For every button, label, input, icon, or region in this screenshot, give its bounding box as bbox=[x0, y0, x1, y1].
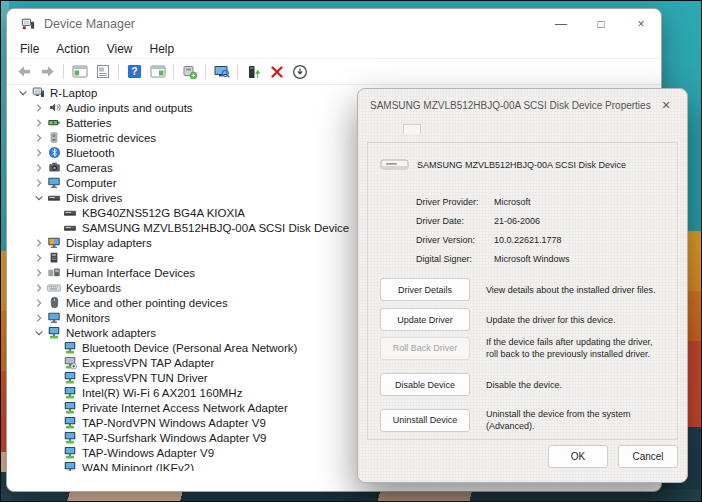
dialog-title: SAMSUNG MZVLB512HBJQ-00A SCSI Disk Devic… bbox=[370, 100, 653, 111]
chevron-icon[interactable] bbox=[33, 327, 45, 339]
chevron-icon[interactable] bbox=[33, 132, 45, 144]
chevron-icon bbox=[49, 372, 61, 384]
window-title: Device Manager bbox=[44, 17, 549, 31]
chevron-icon[interactable] bbox=[33, 177, 45, 189]
toolbar-separator bbox=[63, 64, 64, 79]
chevron-icon bbox=[49, 357, 61, 369]
back-icon[interactable] bbox=[14, 61, 35, 82]
bluetooth-icon bbox=[47, 146, 61, 160]
tab-policies[interactable] bbox=[379, 128, 391, 133]
chevron-icon[interactable] bbox=[33, 312, 45, 324]
chevron-icon[interactable] bbox=[33, 282, 45, 294]
chevron-icon[interactable] bbox=[33, 237, 45, 249]
network-icon bbox=[63, 341, 77, 355]
menu-action[interactable]: Action bbox=[56, 42, 89, 56]
uninstall-device-icon[interactable] bbox=[266, 61, 287, 82]
network-icon bbox=[63, 401, 77, 415]
network-icon bbox=[63, 431, 77, 445]
console-tree-icon[interactable] bbox=[69, 61, 90, 82]
chevron-icon[interactable] bbox=[33, 267, 45, 279]
chevron-icon bbox=[49, 447, 61, 459]
chevron-icon bbox=[49, 387, 61, 399]
ok-button[interactable]: OK bbox=[548, 445, 608, 468]
disk-icon bbox=[63, 221, 77, 235]
close-button[interactable]: × bbox=[629, 13, 653, 35]
audio-icon bbox=[47, 101, 61, 115]
svg-text:?: ? bbox=[131, 66, 137, 77]
cancel-button[interactable]: Cancel bbox=[618, 445, 678, 468]
toolbar-separator bbox=[173, 64, 174, 79]
tab-details[interactable] bbox=[421, 128, 433, 133]
maximize-button[interactable]: □ bbox=[589, 13, 613, 35]
device-manager-titlebar[interactable]: Device Manager —□× bbox=[7, 9, 661, 39]
biometric-icon bbox=[47, 131, 61, 145]
toolbar-separator bbox=[118, 64, 119, 79]
device-manager-app-icon bbox=[21, 17, 35, 31]
chevron-icon bbox=[49, 222, 61, 234]
properties-icon[interactable] bbox=[92, 61, 113, 82]
dialog-tabs bbox=[367, 124, 445, 133]
scan-hardware-changes-icon[interactable] bbox=[289, 61, 310, 82]
menu-view[interactable]: View bbox=[107, 42, 133, 56]
chevron-icon[interactable] bbox=[17, 87, 29, 99]
network-icon bbox=[63, 446, 77, 460]
dialog-titlebar[interactable]: SAMSUNG MZVLB512HBJQ-00A SCSI Disk Devic… bbox=[358, 89, 687, 121]
minimize-button[interactable]: — bbox=[549, 13, 573, 35]
chevron-icon bbox=[49, 462, 61, 472]
menu-help[interactable]: Help bbox=[150, 42, 175, 56]
menu-file[interactable]: File bbox=[20, 42, 39, 56]
driver-details-button[interactable]: Driver Details bbox=[380, 278, 470, 301]
firmware-icon bbox=[47, 251, 61, 265]
keyboard-icon bbox=[47, 281, 61, 295]
help-icon[interactable]: ? bbox=[124, 61, 145, 82]
device-header: SAMSUNG MZVLB512HBJQ-00A SCSI Disk Devic… bbox=[380, 155, 626, 174]
monitor-icon bbox=[47, 176, 61, 190]
driver-field-row: Driver Provider: Microsoft bbox=[416, 192, 570, 211]
dialog-footer: OK Cancel bbox=[548, 445, 678, 468]
remote-desktop-icon[interactable] bbox=[211, 61, 232, 82]
tab-general[interactable] bbox=[367, 128, 379, 133]
network-plus-icon bbox=[63, 356, 77, 370]
network-icon bbox=[63, 386, 77, 400]
driver-action-row: Roll Back Driver If the device fails aft… bbox=[380, 336, 668, 360]
chevron-icon[interactable] bbox=[33, 102, 45, 114]
chevron-icon[interactable] bbox=[33, 117, 45, 129]
chevron-icon[interactable] bbox=[33, 147, 45, 159]
disk-icon bbox=[47, 191, 61, 205]
update-driver-button[interactable]: Update Driver bbox=[380, 308, 470, 331]
chevron-icon bbox=[49, 432, 61, 444]
disk-icon bbox=[63, 206, 77, 220]
uninstall-device-button[interactable]: Uninstall Device bbox=[380, 409, 470, 432]
network-icon bbox=[63, 461, 77, 472]
panels-icon[interactable] bbox=[147, 61, 168, 82]
tab-driver[interactable] bbox=[403, 124, 421, 134]
network-icon bbox=[47, 326, 61, 340]
disable-device-button[interactable]: Disable Device bbox=[380, 373, 470, 396]
driver-fields: Driver Provider: Microsoft Driver Date: … bbox=[416, 192, 570, 268]
scan-devices-icon[interactable] bbox=[179, 61, 200, 82]
toolbar-separator bbox=[237, 64, 238, 79]
battery-icon bbox=[47, 116, 61, 130]
chevron-icon bbox=[49, 417, 61, 429]
monitor-icon bbox=[47, 311, 61, 325]
tab-volumes[interactable] bbox=[391, 128, 403, 133]
driver-tab-page: SAMSUNG MZVLB512HBJQ-00A SCSI Disk Devic… bbox=[367, 142, 678, 440]
driver-field-row: Driver Date: 21-06-2006 bbox=[416, 211, 570, 230]
menu-bar: FileActionViewHelp bbox=[7, 39, 661, 58]
dialog-close-icon[interactable]: × bbox=[653, 94, 679, 116]
update-driver-icon[interactable] bbox=[243, 61, 264, 82]
chevron-icon[interactable] bbox=[33, 192, 45, 204]
display-adapter-icon bbox=[47, 236, 61, 250]
hid-icon bbox=[47, 266, 61, 280]
roll-back-driver-button: Roll Back Driver bbox=[380, 337, 470, 360]
camera-icon bbox=[47, 161, 61, 175]
forward-icon[interactable] bbox=[37, 61, 58, 82]
driver-field-row: Driver Version: 10.0.22621.1778 bbox=[416, 230, 570, 249]
chevron-icon[interactable] bbox=[33, 162, 45, 174]
chevron-icon bbox=[49, 402, 61, 414]
mouse-icon bbox=[47, 296, 61, 310]
chevron-icon[interactable] bbox=[33, 252, 45, 264]
chevron-icon[interactable] bbox=[33, 297, 45, 309]
toolbar-separator bbox=[205, 64, 206, 79]
tab-events[interactable] bbox=[433, 128, 445, 133]
